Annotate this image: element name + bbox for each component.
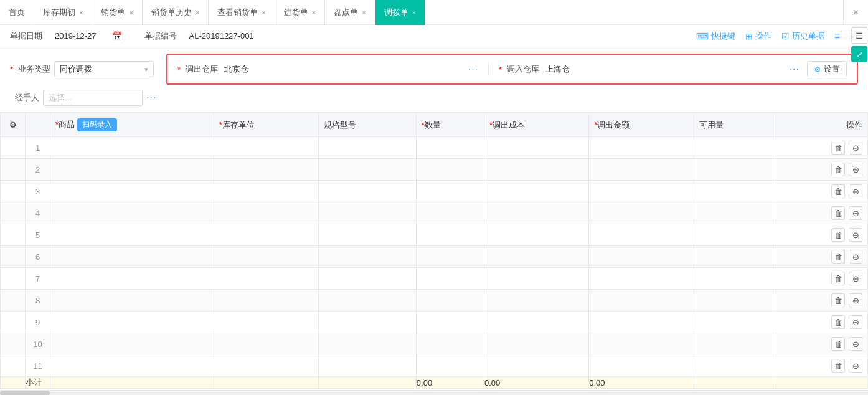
row-spec: [319, 312, 417, 333]
row-settings-cell: [1, 181, 26, 202]
row-copy-button[interactable]: ⊕: [849, 141, 862, 155]
row-actions: 🗑 ⊕: [773, 268, 867, 290]
row-spec: [319, 355, 417, 377]
row-delete-button[interactable]: 🗑: [831, 184, 845, 198]
row-copy-button[interactable]: ⊕: [849, 228, 862, 242]
subtotal-spec-cell: [319, 377, 417, 389]
row-num: 6: [26, 246, 50, 268]
row-amount: [589, 202, 694, 224]
subtotal-available-cell: [694, 377, 773, 389]
tab-view-sales-close[interactable]: ×: [262, 9, 265, 16]
col-available: 可用量: [694, 113, 773, 137]
view-toggle-button[interactable]: ≡: [834, 31, 840, 42]
row-copy-button[interactable]: ⊕: [849, 184, 862, 198]
row-copy-button[interactable]: ⊕: [849, 206, 862, 220]
row-available: [694, 137, 773, 159]
row-settings-cell: [1, 333, 26, 355]
row-actions: 🗑 ⊕: [773, 137, 867, 159]
row-qty: [416, 159, 484, 181]
row-copy-button[interactable]: ⊕: [849, 250, 862, 264]
row-settings-cell: [1, 290, 26, 312]
row-qty: [416, 202, 484, 224]
tab-view-sales[interactable]: 查看销货单 ×: [209, 0, 275, 25]
row-copy-button[interactable]: ⊕: [849, 293, 862, 307]
window-close-button[interactable]: ×: [843, 0, 868, 25]
row-delete-button[interactable]: 🗑: [831, 250, 845, 264]
business-type-dropdown[interactable]: 同价调拨 ▾: [54, 61, 154, 77]
warehouse-in-field: * 调入仓库 上海仓 ···: [499, 64, 800, 75]
settings-button[interactable]: ⚙ 设置: [807, 61, 847, 77]
history-button[interactable]: ☑ 历史单据: [781, 31, 824, 42]
history-icon: ☑: [781, 31, 790, 41]
row-copy-button[interactable]: ⊕: [849, 337, 862, 351]
row-spec: [319, 224, 417, 246]
col-qty: *数量: [416, 113, 484, 137]
row-delete-button[interactable]: 🗑: [831, 206, 845, 220]
row-product: [50, 181, 214, 202]
tab-stocktake[interactable]: 盘点单 ×: [325, 0, 375, 25]
tab-stocktake-close[interactable]: ×: [362, 9, 366, 16]
warehouse-in-more[interactable]: ···: [790, 64, 800, 75]
warehouse-out-more[interactable]: ···: [468, 64, 478, 75]
row-spec: [319, 202, 417, 224]
row-delete-button[interactable]: 🗑: [831, 359, 845, 373]
horizontal-scrollbar[interactable]: [0, 390, 868, 395]
side-expand-button[interactable]: ⤢: [851, 46, 867, 62]
tab-purchase-order[interactable]: 进货单 ×: [275, 0, 325, 25]
table-row: 1 🗑 ⊕: [1, 137, 868, 159]
tab-transfer[interactable]: 调拨单 ×: [375, 0, 425, 25]
row-product: [50, 159, 214, 181]
shortcuts-label: 快捷键: [711, 31, 735, 42]
operations-label: 操作: [755, 31, 771, 42]
row-delete-button[interactable]: 🗑: [831, 315, 845, 329]
row-product: [50, 246, 214, 268]
tab-inventory-init[interactable]: 库存期初 ×: [34, 0, 92, 25]
row-copy-button[interactable]: ⊕: [849, 359, 862, 373]
handler-dropdown[interactable]: 选择...: [43, 90, 143, 106]
row-num: 11: [26, 355, 50, 377]
tab-transfer-close[interactable]: ×: [412, 9, 416, 16]
tab-inventory-init-label: 库存期初: [43, 7, 75, 18]
side-list-button[interactable]: ☰: [851, 27, 867, 44]
tab-sales-history[interactable]: 销货单历史 ×: [143, 0, 209, 25]
row-product: [50, 355, 214, 377]
col-settings[interactable]: ⚙: [1, 113, 26, 137]
row-delete-button[interactable]: 🗑: [831, 141, 845, 155]
row-delete-button[interactable]: 🗑: [831, 163, 845, 176]
row-delete-button[interactable]: 🗑: [831, 272, 845, 285]
calendar-icon[interactable]: 📅: [111, 31, 122, 41]
settings-label: 设置: [824, 64, 840, 75]
tab-inventory-init-close[interactable]: ×: [79, 9, 83, 16]
tab-bar: 首页 库存期初 × 销货单 × 销货单历史 × 查看销货单 × 进货单 × 盘点…: [0, 0, 868, 25]
shortcuts-button[interactable]: ⌨ 快捷键: [696, 31, 735, 42]
scrollbar-thumb[interactable]: [0, 391, 50, 395]
row-unit: [214, 312, 318, 333]
row-delete-button[interactable]: 🗑: [831, 337, 845, 351]
row-unit: [214, 333, 318, 355]
tab-purchase-order-close[interactable]: ×: [312, 9, 316, 16]
row-actions: 🗑 ⊕: [773, 159, 867, 181]
row-unit: [214, 290, 318, 312]
operations-button[interactable]: ⊞ 操作: [745, 31, 771, 42]
handler-more[interactable]: ···: [146, 92, 156, 103]
doc-num-label: 单据编号: [144, 31, 177, 42]
row-available: [694, 224, 773, 246]
table-body: 1 🗑 ⊕ 2: [1, 137, 868, 377]
tab-sales-order-close[interactable]: ×: [129, 9, 133, 16]
tab-home[interactable]: 首页: [0, 0, 34, 25]
row-delete-button[interactable]: 🗑: [831, 228, 845, 242]
row-copy-button[interactable]: ⊕: [849, 272, 862, 285]
scan-button[interactable]: 扫码录入: [77, 118, 117, 131]
row-available: [694, 181, 773, 202]
table-row: 9 🗑 ⊕: [1, 312, 868, 333]
row-cost: [484, 246, 589, 268]
tab-sales-history-close[interactable]: ×: [196, 9, 199, 16]
row-copy-button[interactable]: ⊕: [849, 315, 862, 329]
tab-sales-order[interactable]: 销货单 ×: [92, 0, 142, 25]
row-actions: 🗑 ⊕: [773, 181, 867, 202]
date-label: 单据日期: [10, 31, 42, 42]
row-copy-button[interactable]: ⊕: [849, 163, 862, 176]
business-type-field: * 业务类型 同价调拨 ▾: [10, 61, 154, 77]
col-settings-icon: ⚙: [9, 120, 17, 130]
row-delete-button[interactable]: 🗑: [831, 293, 845, 307]
